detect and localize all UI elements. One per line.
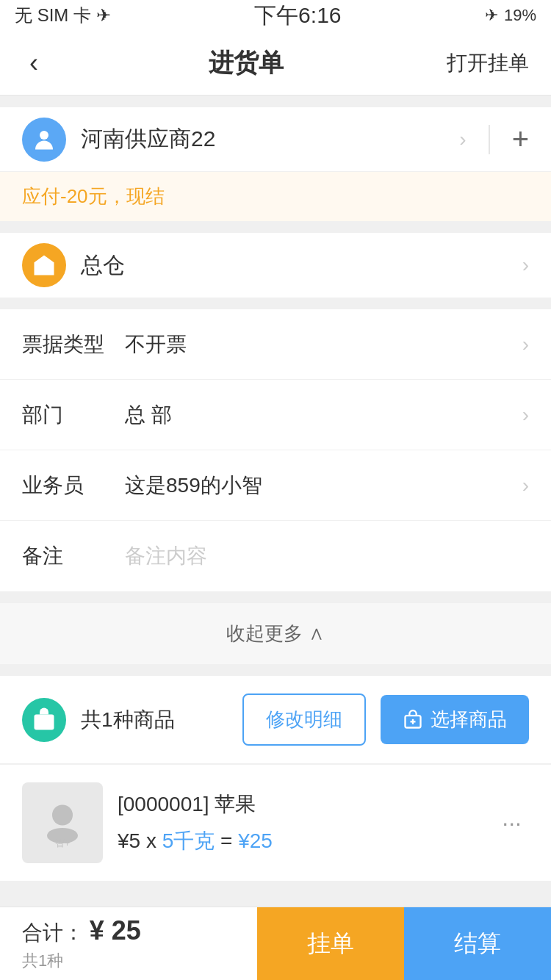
warehouse-card: 总仓 ›	[0, 233, 551, 298]
product-more-button[interactable]: ···	[494, 802, 529, 844]
invoice-row[interactable]: 票据类型 不开票 ›	[0, 309, 551, 380]
select-product-button[interactable]: 选择商品	[381, 695, 529, 744]
warehouse-arrow-icon: ›	[522, 253, 529, 277]
supplier-row[interactable]: 河南供应商22 › +	[0, 107, 551, 172]
home-icon	[31, 252, 57, 278]
product-title: 苹果	[215, 793, 256, 815]
total-section: 合计： ¥ 25 共1种	[0, 915, 257, 972]
invoice-label: 票据类型	[22, 331, 110, 359]
dept-arrow-icon: ›	[522, 403, 529, 427]
equals: =	[215, 829, 238, 852]
sales-arrow-icon: ›	[522, 474, 529, 497]
product-code: [0000001]	[118, 793, 215, 815]
hang-order-button[interactable]: 挂单	[257, 907, 404, 981]
product-thumbnail: 智+	[22, 782, 103, 863]
select-product-label: 选择商品	[431, 707, 507, 732]
status-right: ✈ 19%	[485, 6, 536, 25]
total-line: 合计： ¥ 25	[22, 915, 235, 947]
svg-point-5	[52, 805, 73, 826]
supplier-name: 河南供应商22	[81, 124, 459, 154]
total-label: 合计：	[22, 921, 84, 944]
sim-status: 无 SIM 卡 ✈	[15, 4, 111, 27]
dept-value: 总 部	[110, 401, 522, 429]
edit-detail-button[interactable]: 修改明细	[242, 693, 366, 746]
status-left: 无 SIM 卡 ✈	[15, 4, 111, 27]
person-icon	[31, 126, 57, 153]
notice-text: 应付-20元，现结	[22, 185, 165, 207]
product-info: [0000001] 苹果 ¥5 x 5千克 = ¥25	[118, 790, 480, 855]
total-count: 共1种	[22, 950, 235, 972]
svg-text:智+: 智+	[55, 838, 70, 849]
main-content: 河南供应商22 › + 应付-20元，现结 总仓 › 票据类型 不开票 ›	[0, 107, 551, 954]
subtotal: ¥25	[238, 829, 273, 852]
supplier-divider	[489, 125, 490, 154]
dept-label: 部门	[22, 401, 110, 429]
open-pending-button[interactable]: 打开挂单	[447, 49, 529, 77]
checkout-button[interactable]: 结算	[404, 907, 551, 981]
battery-status: 19%	[504, 6, 536, 25]
collapse-button[interactable]: 收起更多 ∧	[0, 603, 551, 664]
sales-row[interactable]: 业务员 这是859的小智 ›	[0, 450, 551, 521]
supplier-arrow-icon: ›	[459, 128, 466, 151]
bag-icon	[31, 707, 57, 733]
remark-input[interactable]: 备注内容	[110, 542, 529, 570]
sales-value: 这是859的小智	[110, 472, 522, 500]
warehouse-row[interactable]: 总仓 ›	[0, 233, 551, 298]
remark-row[interactable]: 备注 备注内容	[0, 521, 551, 591]
page-title: 进货单	[209, 46, 284, 80]
svg-rect-1	[35, 714, 54, 729]
quantity: 5千克	[162, 829, 215, 852]
nav-bar: ‹ 进货单 打开挂单	[0, 31, 551, 96]
sales-label: 业务员	[22, 472, 110, 500]
notice-bar: 应付-20元，现结	[0, 172, 551, 221]
status-bar: 无 SIM 卡 ✈ 下午6:16 ✈ 19%	[0, 0, 551, 31]
back-button[interactable]: ‹	[22, 40, 46, 86]
form-card: 票据类型 不开票 › 部门 总 部 › 业务员 这是859的小智 › 备注 备注…	[0, 309, 551, 591]
location-icon: ✈	[485, 6, 498, 25]
unit-price: ¥5 x	[118, 829, 162, 852]
product-icon	[22, 698, 66, 742]
select-product-icon	[403, 710, 423, 730]
warehouse-name: 总仓	[81, 251, 522, 281]
svg-point-0	[40, 131, 48, 140]
product-item: 智+ [0000001] 苹果 ¥5 x 5千克 = ¥25 ···	[0, 765, 551, 881]
total-amount: ¥ 25	[90, 915, 141, 945]
add-supplier-button[interactable]: +	[512, 123, 529, 156]
supplier-card: 河南供应商22 › + 应付-20元，现结	[0, 107, 551, 221]
product-name: [0000001] 苹果	[118, 790, 480, 818]
invoice-arrow-icon: ›	[522, 333, 529, 356]
status-time: 下午6:16	[254, 1, 341, 31]
invoice-value: 不开票	[110, 331, 522, 359]
warehouse-icon	[22, 243, 66, 287]
remark-label: 备注	[22, 542, 110, 570]
product-header: 共1种商品 修改明细 选择商品	[0, 676, 551, 763]
dept-row[interactable]: 部门 总 部 ›	[0, 380, 551, 450]
product-price: ¥5 x 5千克 = ¥25	[118, 827, 480, 855]
product-count: 共1种商品	[81, 706, 228, 734]
bottom-bar: 合计： ¥ 25 共1种 挂单 结算	[0, 907, 551, 980]
product-placeholder-icon: 智+	[37, 797, 88, 849]
supplier-avatar	[22, 118, 66, 162]
